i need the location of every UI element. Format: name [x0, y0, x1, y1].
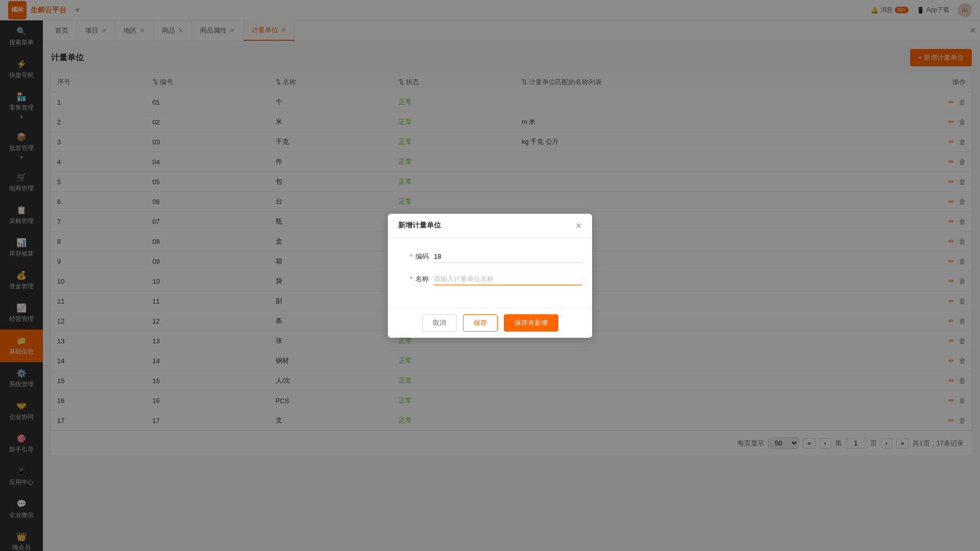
modal-header: 新增计量单位 ✕ [388, 214, 592, 238]
code-input[interactable] [434, 251, 582, 263]
add-unit-modal: 新增计量单位 ✕ * 编码 * 名称 取消 保存 保存并新增 [388, 214, 592, 338]
cancel-button[interactable]: 取消 [422, 314, 457, 332]
modal-title: 新增计量单位 [398, 221, 441, 230]
save-button[interactable]: 保存 [463, 314, 498, 332]
name-label: * 名称 [398, 274, 429, 284]
modal-overlay[interactable]: 新增计量单位 ✕ * 编码 * 名称 取消 保存 保存并新增 [0, 0, 980, 551]
modal-footer: 取消 保存 保存并新增 [388, 308, 592, 338]
save-and-new-button[interactable]: 保存并新增 [504, 314, 558, 332]
code-label: * 编码 [398, 252, 429, 261]
name-form-row: * 名称 [398, 273, 582, 285]
required-mark: * [410, 253, 412, 260]
modal-body: * 编码 * 名称 [388, 238, 592, 308]
name-input[interactable] [434, 273, 582, 285]
required-mark: * [410, 275, 412, 283]
code-form-row: * 编码 [398, 251, 582, 263]
modal-close-button[interactable]: ✕ [575, 221, 582, 231]
